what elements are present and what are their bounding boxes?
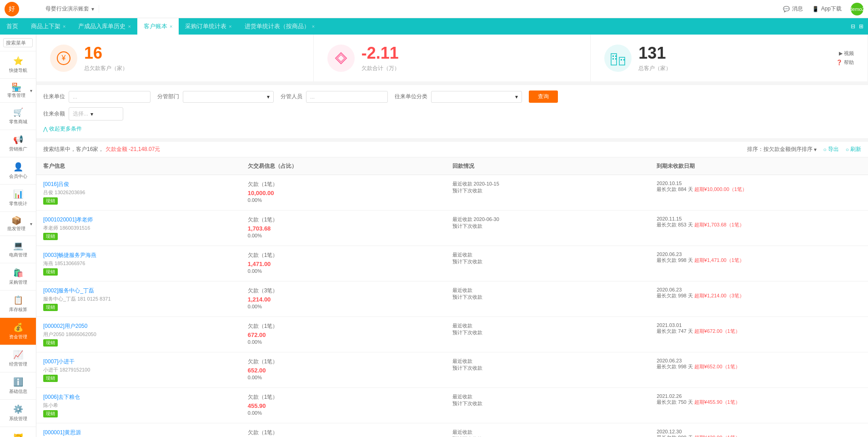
latest-collect-label: 最近收款 [452, 181, 472, 186]
latest-collect-label: 最近收款 [452, 429, 472, 435]
person-input[interactable]: ... [306, 91, 388, 103]
overdue-days: 最长欠款 808 天 [657, 435, 692, 437]
close-icon[interactable]: × [229, 24, 231, 29]
debt-amount: 1,214.00 [248, 296, 452, 303]
overdue-amount-link[interactable]: 超期¥652.00（1笔） [694, 364, 740, 369]
tab-product-history[interactable]: 产成品入库单历史 × [72, 18, 137, 35]
next-collect: 预计下次收款 [452, 258, 657, 265]
debt-info-cell: 欠款（1笔） 1,471.00 0.00% [248, 251, 452, 274]
tab-customer-account[interactable]: 客户账本 × [137, 18, 179, 35]
sidebar-item-enterprise[interactable]: 🤝 企业协同 [0, 427, 36, 437]
balance-select[interactable]: 选择... ▾ [69, 107, 123, 121]
due-date: 2020.10.15 [657, 181, 861, 186]
sidebar-item-purchase[interactable]: 🛍️ 采购管理 [0, 263, 36, 291]
close-icon[interactable]: × [128, 24, 130, 29]
overdue-amount-link[interactable]: 超期¥1,703.68（1笔） [694, 222, 744, 227]
svg-rect-7 [615, 55, 617, 57]
message-btn[interactable]: 💬 消息 [783, 5, 803, 13]
minimize-icon[interactable]: ⊟ [851, 23, 855, 30]
search-input[interactable] [3, 38, 33, 47]
sidebar-item-label: 资金管理 [9, 334, 27, 340]
customer-info-cell: [0003]畅捷服务尹海燕 海燕 18513066976 现销 [43, 251, 248, 276]
collapse-button[interactable]: ⋀ 收起更多条件 [43, 125, 861, 133]
customer-name-link[interactable]: [0001020001]孝老师 [43, 216, 93, 223]
recover-info-cell: 最近收款 预计下次收款 [452, 358, 657, 372]
marketing-icon: 📢 [13, 135, 23, 145]
debt-amount: 10,000.00 [248, 190, 452, 196]
tab-home[interactable]: 首页 [0, 18, 25, 35]
sidebar-item-operation[interactable]: 📈 经营管理 [0, 345, 36, 372]
export-button[interactable]: ○ 导出 [823, 146, 839, 153]
header-recover: 回款情况 [452, 162, 657, 170]
debt-count: 欠款（1笔） [248, 429, 452, 437]
svg-rect-5 [619, 57, 625, 65]
query-button[interactable]: 查询 [529, 90, 558, 103]
sort-selector[interactable]: 排序：按欠款金额倒序排序 ▾ [747, 146, 817, 153]
customer-name-link[interactable]: [0003]畅捷服务尹海燕 [43, 252, 96, 258]
close-icon[interactable]: × [63, 24, 65, 29]
tab-purchase-stats[interactable]: 进货单统计表（按商品） × [238, 18, 321, 35]
results-summary: 搜索结果中，客户16家 [43, 146, 98, 152]
help-link[interactable]: ❓ 帮助 [836, 59, 854, 66]
customer-name-link[interactable]: [0002]服务中心_丁磊 [43, 287, 94, 294]
dept-select[interactable]: ▾ [183, 91, 274, 103]
sidebar-item-inventory[interactable]: 📋 库存核算 [0, 291, 36, 318]
close-icon[interactable]: × [170, 24, 172, 29]
customer-name-link[interactable]: [000001]黄思源 [43, 429, 81, 436]
close-icon[interactable]: × [312, 24, 315, 29]
customer-contact: 海燕 18513066976 [43, 260, 248, 267]
sidebar-item-retail-mgmt[interactable]: 🏪 零售管理 ▾ [0, 79, 36, 103]
maximize-icon[interactable]: ⊞ [859, 23, 863, 30]
sidebar-item-label: 电商管理 [9, 252, 27, 258]
refresh-button[interactable]: ○ 刷新 [846, 146, 861, 153]
sidebar-item-marketing[interactable]: 📢 营销推广 [0, 130, 36, 157]
table-header: 客户信息 欠交易信息（占比） 回款情况 到期未收款日期 [36, 158, 868, 175]
sidebar-item-system[interactable]: ⚙️ 系统管理 [0, 400, 36, 427]
customer-name-link[interactable]: [000002]用户2050 [43, 323, 87, 329]
overdue-days: 最长欠款 998 天 [657, 364, 692, 369]
overdue-amount-link[interactable]: 超期¥1,214.00（3笔） [694, 293, 744, 298]
balance-placeholder: 选择... [73, 110, 88, 118]
customer-name-link[interactable]: [0006]去下粮仓 [43, 394, 80, 400]
app-download-btn[interactable]: 📱 App下载 [812, 5, 842, 13]
header-customer: 客户信息 [43, 162, 248, 170]
table-row: [000002]用户2050 用户2050 18665062050 现销 欠款（… [36, 317, 868, 352]
laptop-icon: 💻 [13, 241, 23, 251]
classify-select[interactable]: ▾ [431, 91, 522, 103]
tab-product-off[interactable]: 商品上下架 × [25, 18, 72, 35]
sidebar-item-retail-stats[interactable]: 📊 零售统计 [0, 185, 36, 212]
overdue-amount-link[interactable]: 超期¥672.00（1笔） [694, 328, 740, 334]
latest-date: 2020-06-30 [474, 216, 499, 222]
video-link[interactable]: ▶ 视频 [839, 50, 854, 57]
sidebar-item-ecommerce[interactable]: 💻 电商管理 [0, 236, 36, 263]
sidebar-item-member[interactable]: 👤 会员中心 [0, 157, 36, 185]
user-menu[interactable]: demo2 [851, 3, 863, 15]
sidebar: ⭐ 快捷导航 🏪 零售管理 ▾ 🛒 零售商城 📢 营销推广 👤 会员中心 📊 零… [0, 35, 36, 437]
table-row: [0006]去下粮仓 陈小希 现销 欠款（1笔） 455.90 0.00% 最近… [36, 388, 868, 423]
sidebar-item-batch-mgmt[interactable]: 📦 批发管理 ▾ [0, 212, 36, 236]
customer-name-link[interactable]: [0016]吕俊 [43, 181, 69, 187]
customer-tag: 现销 [43, 339, 58, 347]
company-selector[interactable]: 母婴行业演示账套 ▾ [41, 5, 99, 13]
debt-count: 欠款（3笔） [248, 287, 452, 295]
overdue-amount-link[interactable]: 超期¥455.90（1笔） [694, 399, 740, 405]
customer-name-link[interactable]: [0007]小进干 [43, 358, 75, 365]
due-date: 2020.11.15 [657, 216, 861, 221]
unit-input[interactable]: ... [69, 91, 151, 103]
due-date: 2021.03.01 [657, 322, 861, 328]
chevron-down-icon: ▾ [515, 94, 518, 100]
avatar: demo2 [851, 3, 863, 15]
sidebar-item-basic-info[interactable]: ℹ️ 基础信息 [0, 372, 36, 400]
gear-icon: ⚙️ [13, 404, 23, 414]
sidebar-item-quick-nav[interactable]: ⭐ 快捷导航 [0, 51, 36, 79]
overdue-amount-link[interactable]: 超期¥10,000.00（1笔） [694, 186, 747, 192]
overdue-amount-link[interactable]: 超期¥1,471.00（1笔） [694, 257, 744, 263]
main-layout: ⭐ 快捷导航 🏪 零售管理 ▾ 🛒 零售商城 📢 营销推广 👤 会员中心 📊 零… [0, 35, 868, 437]
sidebar-item-retail-mall[interactable]: 🛒 零售商城 [0, 103, 36, 130]
sidebar-item-finance[interactable]: 💰 资金管理 [0, 318, 36, 345]
svg-rect-10 [621, 59, 622, 60]
tab-purchase-order[interactable]: 采购订单统计表 × [179, 18, 238, 35]
stat-value-2: -2.11 [361, 44, 400, 63]
overdue-amount-link[interactable]: 超期¥429.00（1笔） [694, 435, 740, 437]
info-icon: ℹ️ [13, 377, 23, 387]
